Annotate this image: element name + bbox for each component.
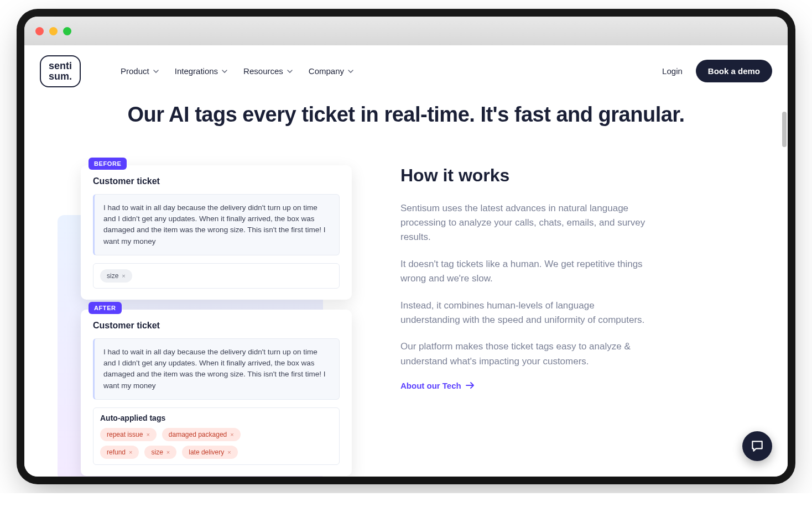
tag-damaged-packaged[interactable]: damaged packaged × — [162, 428, 241, 441]
chevron-down-icon — [221, 68, 228, 75]
tag-size[interactable]: size × — [144, 446, 176, 459]
after-card: AFTER Customer ticket I had to wait in a… — [81, 310, 352, 476]
tag-row: repeat issue × damaged packaged × — [100, 428, 332, 441]
chevron-down-icon — [287, 68, 293, 75]
tag-late-delivery[interactable]: late delivery × — [182, 446, 237, 459]
tag-label: late delivery — [189, 448, 224, 456]
before-card: BEFORE Customer ticket I had to wait in … — [81, 165, 352, 300]
tag-label: size — [151, 448, 163, 456]
tag-refund[interactable]: refund × — [100, 446, 139, 459]
window-minimize-button[interactable] — [49, 27, 58, 35]
nav-item-integrations[interactable]: Integrations — [175, 66, 228, 76]
paragraph: Instead, it combines human-levels of lan… — [400, 299, 655, 328]
link-label: About our Tech — [400, 381, 461, 390]
nav-item-resources[interactable]: Resources — [243, 66, 293, 76]
tag-label: size — [107, 272, 118, 280]
page-viewport: senti sum. Product Integrations Resource… — [24, 45, 788, 477]
close-icon[interactable]: × — [230, 431, 233, 438]
close-icon[interactable]: × — [227, 449, 231, 456]
scrollbar-thumb[interactable] — [782, 112, 787, 147]
tag-row: refund × size × late delivery × — [100, 446, 332, 459]
arrow-right-icon — [466, 382, 475, 389]
paragraph: It doesn't tag tickets like a human. We … — [400, 257, 655, 286]
close-icon[interactable]: × — [122, 273, 125, 279]
logo[interactable]: senti sum. — [40, 55, 81, 87]
nav-label: Resources — [243, 66, 283, 76]
ticket-body: I had to wait in all day because the del… — [93, 194, 340, 255]
tag-row: size × — [100, 269, 332, 283]
card-title: Customer ticket — [93, 321, 340, 331]
window-close-button[interactable] — [35, 27, 44, 35]
tag-label: damaged packaged — [169, 431, 227, 438]
nav-label: Integrations — [175, 66, 218, 76]
browser-window-frame: senti sum. Product Integrations Resource… — [24, 17, 788, 477]
paragraph: Our platform makes those ticket tags eas… — [400, 339, 655, 369]
nav-right: Login Book a demo — [662, 60, 772, 82]
window-maximize-button[interactable] — [63, 27, 71, 35]
close-icon[interactable]: × — [129, 449, 132, 456]
nav-label: Company — [309, 66, 344, 76]
window-titlebar — [24, 17, 788, 45]
paragraph: Sentisum uses the latest advances in nat… — [400, 201, 655, 245]
chevron-down-icon — [347, 68, 354, 75]
top-nav: senti sum. Product Integrations Resource… — [24, 45, 788, 97]
nav-item-company[interactable]: Company — [309, 66, 354, 76]
tag-label: repeat issue — [107, 431, 143, 438]
book-demo-button[interactable]: Book a demo — [696, 60, 772, 82]
before-tags-box: size × — [93, 263, 340, 289]
logo-line2: sum. — [49, 71, 72, 82]
illustration-column: BEFORE Customer ticket I had to wait in … — [58, 165, 367, 477]
explanation-column: How it works Sentisum uses the latest ad… — [400, 165, 754, 391]
about-tech-link[interactable]: About our Tech — [400, 381, 475, 390]
nav-label: Product — [121, 66, 149, 76]
close-icon[interactable]: × — [166, 449, 170, 456]
tag-size[interactable]: size × — [100, 269, 132, 283]
before-badge: BEFORE — [89, 158, 127, 170]
auto-tags-title: Auto-applied tags — [100, 414, 332, 422]
close-icon[interactable]: × — [146, 431, 149, 438]
chat-widget-button[interactable] — [742, 431, 772, 461]
nav-item-product[interactable]: Product — [121, 66, 159, 76]
card-title: Customer ticket — [93, 176, 340, 186]
login-link[interactable]: Login — [662, 66, 683, 76]
tag-label: refund — [107, 448, 126, 456]
after-badge: AFTER — [89, 302, 122, 314]
after-tags-box: Auto-applied tags repeat issue × damaged… — [93, 407, 340, 465]
hero-headline: Our AI tags every ticket in real-time. I… — [24, 97, 788, 149]
logo-line1: senti — [49, 61, 72, 71]
chat-icon — [750, 439, 764, 453]
content-section: BEFORE Customer ticket I had to wait in … — [24, 149, 788, 477]
tag-repeat-issue[interactable]: repeat issue × — [100, 428, 157, 441]
nav-items: Product Integrations Resources Company — [121, 66, 354, 76]
ticket-body: I had to wait in all day because the del… — [93, 338, 340, 400]
how-it-works-title: How it works — [400, 165, 754, 186]
chevron-down-icon — [153, 68, 159, 75]
